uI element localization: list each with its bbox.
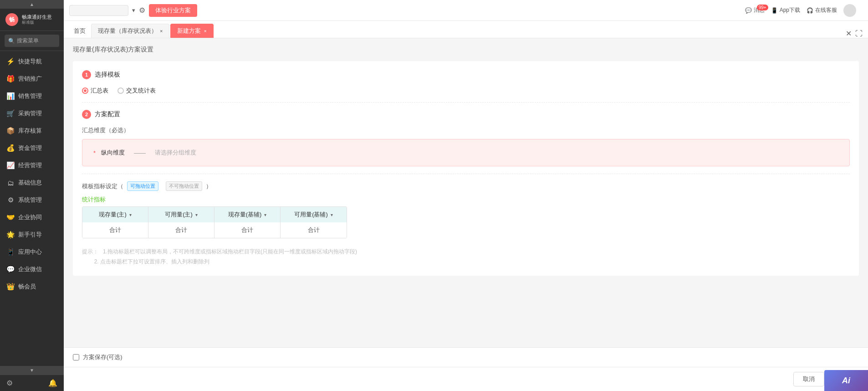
stats-col-2-label: 可用量(主) (165, 211, 193, 219)
sidebar-scroll-up[interactable]: ▲ (0, 0, 64, 9)
stats-col-2-header[interactable]: 可用量(主) ▾ (148, 207, 214, 222)
sidebar-item-operations[interactable]: 📈 经营管理 (0, 157, 64, 174)
system-icon: ⚙ (6, 196, 15, 204)
sidebar: ▲ 畅 畅康通好生意 标准版 🔍 搜索菜单 ⚡ 快捷导航 🎁 营销推广 📊 销售… (0, 0, 64, 391)
step2-title: 方案配置 (95, 110, 120, 118)
cancel-button[interactable]: 取消 (793, 372, 824, 386)
sidebar-item-label: 企业微信 (18, 265, 42, 273)
sound-icon[interactable]: 🔔 (48, 379, 57, 387)
finance-icon: 💰 (6, 144, 15, 152)
stats-cell-2: 合计 (148, 222, 214, 238)
stats-label: 统计指标 (82, 196, 850, 204)
weixin-icon: 💬 (6, 265, 15, 273)
sidebar-search-box[interactable]: 🔍 搜索菜单 (5, 35, 59, 47)
sidebar-item-weixin[interactable]: 💬 企业微信 (0, 261, 64, 278)
topbar-right: 💬 消息 99+ 📱 App下载 🎧 在线客服 (745, 4, 863, 17)
sidebar-search-area[interactable]: 🔍 搜索菜单 (0, 31, 64, 51)
step2-num: 2 (82, 110, 91, 119)
sidebar-item-shortcut[interactable]: ⚡ 快捷导航 (0, 53, 64, 70)
window-close-btn[interactable]: ✕ (846, 29, 852, 38)
tab-inventory-status[interactable]: 现存量（库存状况表） × (91, 24, 169, 38)
step1-title: 选择模板 (95, 71, 120, 79)
divider-2 (82, 174, 850, 174)
step1-num: 1 (82, 70, 91, 79)
tab-new-plan-close-icon[interactable]: × (204, 28, 206, 34)
dimension-label: 汇总维度（必选） (82, 126, 850, 134)
stats-header-row: 现存量(主) ▾ 可用量(主) ▾ 现存量(基辅) ▾ (82, 207, 347, 222)
sidebar-item-purchase[interactable]: 🛒 采购管理 (0, 105, 64, 122)
col3-dropdown-icon[interactable]: ▾ (264, 212, 266, 217)
operations-icon: 📈 (6, 161, 15, 170)
step1-header: 1 选择模板 (82, 70, 850, 79)
indicator-close: ） (206, 182, 212, 190)
sidebar-item-finance[interactable]: 💰 资金管理 (0, 139, 64, 157)
topbar-gear-icon[interactable]: ⚙ (139, 6, 145, 15)
sidebar-item-label: 基础信息 (18, 179, 42, 187)
app-icon: 📱 (771, 7, 778, 14)
topbar-search-input[interactable] (69, 5, 128, 16)
sidebar-item-base[interactable]: 🗂 基础信息 (0, 174, 64, 191)
stats-col-3-label: 现存量(基辅) (228, 211, 262, 219)
apps-icon: 📱 (6, 248, 15, 256)
topbar-message[interactable]: 💬 消息 99+ (745, 6, 765, 14)
sidebar-item-member[interactable]: 👑 畅会员 (0, 278, 64, 295)
radio-summary-circle (82, 87, 88, 94)
stats-col-4-label: 可用量(基辅) (294, 211, 328, 219)
topbar-app-download[interactable]: 📱 App下载 (771, 6, 800, 14)
dim-placeholder: 请选择分组维度 (155, 149, 196, 157)
tips-line-2: 2. 点击标题栏下拉可设置排序、插入列和删除列 (82, 257, 850, 267)
step2-header: 2 方案配置 (82, 110, 850, 119)
app-name: 畅康通好生意 标准版 (22, 14, 52, 26)
tab-home[interactable]: 首页 (69, 24, 90, 38)
radio-cross[interactable]: 交叉统计表 (117, 87, 156, 95)
page-title: 现存量(库存状况表)方案设置 (73, 46, 859, 54)
radio-summary-label: 汇总表 (91, 87, 108, 95)
sidebar-item-system[interactable]: ⚙ 系统管理 (0, 191, 64, 209)
non-draggable-tag: 不可拖动位置 (166, 181, 202, 191)
tab-inventory-close-icon[interactable]: × (160, 28, 163, 34)
newuser-icon: 🌟 (6, 231, 15, 239)
sidebar-footer: ⚙ 🔔 (0, 375, 64, 391)
col2-dropdown-icon[interactable]: ▾ (195, 212, 198, 217)
sidebar-item-label: 系统管理 (18, 196, 42, 204)
stats-body-row: 合计 合计 合计 合计 (82, 222, 347, 238)
col4-dropdown-icon[interactable]: ▾ (331, 212, 333, 217)
sidebar-scroll-down[interactable]: ▼ (0, 366, 64, 375)
window-expand-btn[interactable]: ⛶ (855, 30, 863, 38)
sidebar-item-corp[interactable]: 🤝 企业协同 (0, 209, 64, 226)
stats-col-4-header[interactable]: 可用量(基辅) ▾ (281, 207, 347, 222)
save-plan-label: 方案保存(可选) (83, 353, 123, 361)
app-version: 标准版 (22, 20, 52, 26)
trial-btn[interactable]: 体验行业方案 (149, 4, 197, 17)
col1-dropdown-icon[interactable]: ▾ (129, 212, 132, 217)
indicator-settings: 模板指标设定（ 可拖动位置 不可拖动位置 ） 统计指标 现存量(主) ▾ (82, 181, 850, 267)
content-area: 现存量(库存状况表)方案设置 1 选择模板 汇总表 交叉统计表 2 (64, 38, 868, 347)
sidebar-item-label: 畅会员 (18, 283, 36, 291)
user-avatar[interactable] (843, 4, 856, 17)
main-area: ▾ ⚙ 体验行业方案 💬 消息 99+ 📱 App下载 🎧 在线客服 首页 (64, 0, 868, 391)
sidebar-item-label: 采购管理 (18, 109, 42, 118)
sidebar-item-sales[interactable]: 📊 销售管理 (0, 87, 64, 105)
sidebar-item-apps[interactable]: 📱 应用中心 (0, 243, 64, 261)
search-icon: 🔍 (8, 38, 15, 44)
sidebar-item-label: 营销推广 (18, 75, 42, 83)
sidebar-item-marketing[interactable]: 🎁 营销推广 (0, 70, 64, 87)
settings-card: 1 选择模板 汇总表 交叉统计表 2 方案配置 汇总维度（必选） (73, 61, 859, 276)
stats-col-1-label: 现存量(主) (99, 211, 127, 219)
ai-fab-button[interactable]: Ai (824, 370, 868, 391)
topbar-dropdown-button[interactable]: ▾ (132, 7, 135, 14)
stats-col-3-header[interactable]: 现存量(基辅) ▾ (214, 207, 281, 222)
stats-cell-3: 合计 (214, 222, 281, 238)
tab-new-plan[interactable]: 新建方案 × (170, 24, 213, 38)
radio-summary[interactable]: 汇总表 (82, 87, 108, 95)
stats-col-1-header[interactable]: 现存量(主) ▾ (82, 207, 148, 222)
topbar-service[interactable]: 🎧 在线客服 (807, 6, 837, 14)
dimension-box[interactable]: * 纵向维度 —— 请选择分组维度 (82, 139, 850, 166)
radio-cross-circle (117, 87, 124, 94)
settings-icon[interactable]: ⚙ (6, 379, 13, 387)
sales-icon: 📊 (6, 92, 15, 100)
sidebar-item-newuser[interactable]: 🌟 新手引导 (0, 226, 64, 243)
sidebar-item-inventory[interactable]: 📦 库存核算 (0, 122, 64, 139)
dim-dash: —— (134, 149, 146, 156)
save-plan-checkbox[interactable] (73, 354, 79, 360)
